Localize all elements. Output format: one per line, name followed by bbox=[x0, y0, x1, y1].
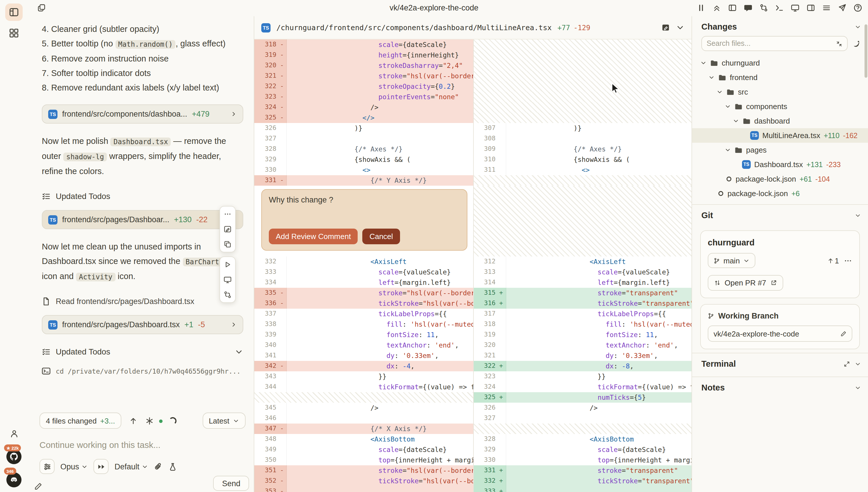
line-number[interactable]: 320 bbox=[473, 340, 497, 350]
diff-line-new[interactable]: 329scale={dateScale} bbox=[473, 444, 691, 455]
diff-line-new[interactable]: 316+tickStroke="transparent" bbox=[473, 298, 691, 309]
monitor-icon[interactable] bbox=[791, 3, 799, 12]
line-number[interactable]: 326 bbox=[254, 123, 278, 133]
tree-item[interactable]: package-lock.json+61-104 bbox=[692, 172, 868, 186]
diff-line-new[interactable]: 322+dx: -8, bbox=[473, 361, 691, 371]
line-number[interactable]: 317 bbox=[473, 309, 497, 319]
line-number[interactable]: 328 bbox=[254, 144, 278, 154]
diff-line-old[interactable]: 351-stroke="hsl(var(--border bbox=[254, 465, 473, 476]
copy-icon[interactable] bbox=[224, 240, 232, 248]
diff-line-new[interactable]: 310{showAxis && ( bbox=[473, 154, 691, 165]
chevron-down-icon[interactable] bbox=[676, 23, 684, 32]
chevron-down-icon[interactable] bbox=[855, 385, 861, 391]
skip-button[interactable] bbox=[94, 459, 109, 474]
diff-line-old[interactable]: 346 bbox=[254, 413, 473, 423]
diff-line-old[interactable]: 335-stroke="hsl(var(--border bbox=[254, 288, 473, 298]
line-number[interactable]: 331 bbox=[473, 465, 497, 476]
file-change-chip[interactable]: TSfrontend/src/pages/Dashboard.tsx+1-5 bbox=[42, 315, 243, 334]
line-number[interactable]: 340 bbox=[254, 340, 278, 350]
line-number[interactable]: 329 bbox=[473, 444, 497, 455]
line-number[interactable]: 350 bbox=[254, 455, 278, 465]
diff-line-old[interactable]: 333scale={valueScale} bbox=[254, 267, 473, 277]
terminal-icon[interactable] bbox=[775, 3, 784, 12]
diff-line-old[interactable]: 321-stroke="hsl(var(--border bbox=[254, 71, 473, 81]
share-icon[interactable] bbox=[838, 3, 846, 12]
working-branch-input[interactable] bbox=[713, 329, 837, 338]
tree-item[interactable]: TSMultiLineArea.tsx+110-162 bbox=[692, 128, 868, 143]
branch-dropdown[interactable]: main bbox=[708, 253, 755, 268]
shrink-icon[interactable] bbox=[836, 40, 842, 47]
cancel-button[interactable]: Cancel bbox=[362, 228, 400, 244]
version-dropdown[interactable]: Latest bbox=[202, 413, 245, 429]
line-number[interactable]: 329 bbox=[254, 154, 278, 165]
line-number[interactable]: 324 bbox=[254, 102, 278, 113]
line-number[interactable]: 333 bbox=[473, 486, 497, 492]
line-number[interactable]: 314 bbox=[473, 277, 497, 288]
chevron-down-icon[interactable] bbox=[855, 212, 861, 218]
tree-item[interactable]: TSDashboard.tsx+131-233 bbox=[692, 157, 868, 172]
file-change-chip[interactable]: TSfrontend/src/pages/Dashboar...+130-22 bbox=[42, 210, 243, 229]
diff-line-old[interactable]: 330<> bbox=[254, 165, 473, 175]
comment-input[interactable]: Why this change ? bbox=[269, 196, 460, 204]
add-review-comment-button[interactable]: Add Review Comment bbox=[269, 228, 358, 244]
diff-line-new[interactable]: 309{/* Axes */} bbox=[473, 144, 691, 154]
diff-line-old[interactable]: 344tickFormat={(value) => f bbox=[254, 382, 473, 392]
line-number[interactable]: 346 bbox=[254, 413, 278, 423]
expand-icon[interactable] bbox=[844, 361, 850, 367]
chevron-down-icon[interactable] bbox=[725, 103, 731, 110]
line-number[interactable]: 320 bbox=[254, 60, 278, 71]
line-number[interactable]: 353 bbox=[254, 486, 278, 492]
updated-todos-row[interactable]: Updated Todos bbox=[42, 192, 243, 201]
line-number[interactable]: 322 bbox=[254, 81, 278, 92]
preview-monitor-icon[interactable] bbox=[224, 276, 232, 284]
diff-table[interactable]: 318-scale={dateScale}319-height={innerHe… bbox=[254, 40, 691, 492]
tree-item[interactable]: churnguard bbox=[692, 56, 868, 70]
diff-line-new[interactable]: 331+stroke="transparent" bbox=[473, 465, 691, 476]
line-number[interactable]: 344 bbox=[254, 382, 278, 392]
diff-line-new[interactable]: 320textAnchor: 'end', bbox=[473, 340, 691, 350]
tree-item[interactable]: frontend bbox=[692, 70, 868, 85]
workspace-active-button[interactable] bbox=[5, 3, 23, 21]
line-number[interactable]: 343 bbox=[254, 371, 278, 382]
line-number[interactable]: 342 bbox=[254, 361, 278, 371]
git-section-header[interactable]: Git bbox=[692, 205, 868, 224]
line-number[interactable]: 331 bbox=[254, 175, 278, 186]
line-number[interactable]: 335 bbox=[254, 288, 278, 298]
line-number[interactable]: 345 bbox=[254, 403, 278, 413]
line-number[interactable]: 319 bbox=[473, 329, 497, 340]
diff-line-new[interactable]: 330top={innerHeight + margi bbox=[473, 455, 691, 465]
settings-sliders-button[interactable] bbox=[40, 459, 54, 474]
line-number[interactable]: 348 bbox=[254, 434, 278, 444]
line-number[interactable]: 352 bbox=[254, 476, 278, 486]
diff-line-old[interactable]: 347-{/* X Axis */} bbox=[254, 423, 473, 434]
chevron-right-icon[interactable] bbox=[231, 321, 237, 328]
line-number[interactable]: 312 bbox=[473, 256, 497, 267]
chevron-down-icon[interactable] bbox=[733, 118, 739, 124]
diff-line-old[interactable]: 325-</> bbox=[254, 113, 473, 123]
diff-line-new[interactable]: 328<AxisBottom bbox=[473, 434, 691, 444]
diff-line-new[interactable]: 321dy: '0.33em', bbox=[473, 350, 691, 361]
diff-line-old[interactable]: 345/> bbox=[254, 403, 473, 413]
diff-line-old[interactable]: 343}} bbox=[254, 371, 473, 382]
line-number[interactable]: 327 bbox=[254, 133, 278, 144]
pencil-icon[interactable] bbox=[34, 482, 42, 491]
tree-item[interactable]: src bbox=[692, 85, 868, 99]
diff-line-new[interactable]: 325+numTicks={5} bbox=[473, 392, 691, 403]
message-input[interactable]: Continue working on this task... bbox=[40, 440, 245, 450]
line-number[interactable]: 318 bbox=[473, 319, 497, 329]
line-number[interactable]: 316 bbox=[473, 298, 497, 309]
tree-item[interactable]: pages bbox=[692, 143, 868, 157]
line-number[interactable]: 326 bbox=[473, 403, 497, 413]
notes-section-header[interactable]: Notes bbox=[692, 377, 868, 397]
diff-line-new[interactable]: 315+stroke="transparent" bbox=[473, 288, 691, 298]
mode-dropdown[interactable]: Default bbox=[115, 462, 148, 471]
line-number[interactable]: 332 bbox=[254, 256, 278, 267]
windows-icon[interactable] bbox=[37, 3, 46, 12]
model-dropdown[interactable]: Opus bbox=[61, 462, 88, 471]
diff-line-new[interactable]: 312<AxisLeft bbox=[473, 256, 691, 267]
diff-line-old[interactable]: 326)} bbox=[254, 123, 473, 133]
line-number[interactable]: 332 bbox=[473, 476, 497, 486]
line-number[interactable]: 318 bbox=[254, 40, 278, 50]
discord-button[interactable]: 346 bbox=[6, 472, 22, 487]
diff-line-old[interactable]: 328{/* Axes */} bbox=[254, 144, 473, 154]
